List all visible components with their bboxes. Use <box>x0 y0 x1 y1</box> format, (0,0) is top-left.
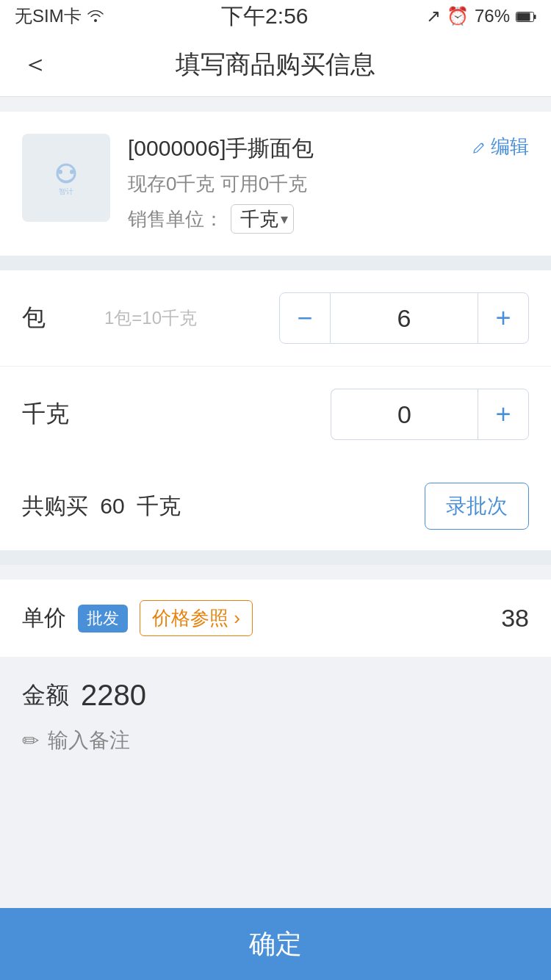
pencil-icon: ✏ <box>22 729 39 753</box>
kg-plus-button[interactable]: + <box>478 389 529 440</box>
page-title: 填写商品购买信息 <box>176 48 375 82</box>
status-right: ↗ ⏰ 76% <box>426 6 536 26</box>
pack-plus-button[interactable]: + <box>478 292 529 344</box>
carrier-text: 无SIM卡 <box>15 4 82 28</box>
svg-point-5 <box>70 170 74 174</box>
pack-quantity-input[interactable] <box>331 292 478 344</box>
qty-number: 60 <box>100 494 124 518</box>
confirm-button[interactable]: 确定 <box>0 908 551 980</box>
section-separator-2 <box>0 550 551 565</box>
pack-hint: 1包=10千克 <box>104 306 279 330</box>
battery-icon <box>516 6 536 26</box>
price-row: 单价 批发 价格参照 › 38 <box>22 600 529 636</box>
amount-value: 2280 <box>81 679 146 712</box>
pack-controls: − + <box>279 292 529 344</box>
record-batch-button[interactable]: 录批次 <box>425 483 529 530</box>
pack-input-row: 包 1包=10千克 − + <box>0 270 551 367</box>
kg-input-row: 千克 + <box>0 367 551 462</box>
price-tag: 批发 <box>78 605 128 633</box>
kg-label: 千克 <box>22 398 96 430</box>
unit-select[interactable]: 千克 <box>231 204 294 234</box>
product-info: [0000006]手撕面包 现存0千克 可用0千克 销售单位： 千克 <box>128 134 529 234</box>
nav-bar: ＜ 填写商品购买信息 <box>0 32 551 97</box>
price-label: 单价 <box>22 603 66 633</box>
kg-controls: + <box>331 389 529 440</box>
status-bar: 无SIM卡 下午2:56 ↗ ⏰ 76% <box>0 0 551 32</box>
amount-row: 金额 2280 <box>22 679 529 712</box>
back-button[interactable]: ＜ <box>22 46 48 82</box>
price-section: 单价 批发 价格参照 › 38 <box>0 580 551 657</box>
section-separator <box>0 256 551 270</box>
note-label: 输入备注 <box>48 727 130 754</box>
edit-button[interactable]: 编辑 <box>473 134 529 159</box>
product-name: [0000006]手撕面包 <box>128 134 529 164</box>
note-row[interactable]: ✏ 输入备注 <box>22 727 529 777</box>
pack-label: 包 <box>22 302 96 334</box>
product-card: 智计 [0000006]手撕面包 现存0千克 可用0千克 销售单位： 千克 编辑 <box>0 112 551 256</box>
wifi-icon <box>87 6 104 26</box>
status-left: 无SIM卡 <box>15 4 104 28</box>
price-value: 38 <box>501 604 529 633</box>
amount-label: 金额 <box>22 680 69 712</box>
status-time: 下午2:56 <box>221 1 308 32</box>
amount-section: 金额 2280 ✏ 输入备注 <box>0 657 551 777</box>
product-stock: 现存0千克 可用0千克 <box>128 171 529 197</box>
battery-text: 76% <box>475 6 510 26</box>
price-ref-button[interactable]: 价格参照 › <box>140 600 253 636</box>
svg-point-4 <box>58 170 62 174</box>
product-unit: 销售单位： 千克 <box>128 204 529 234</box>
unit-select-wrap[interactable]: 千克 <box>231 204 294 234</box>
qty-summary-text: 共购买 60 千克 <box>22 491 181 522</box>
kg-quantity-input[interactable] <box>331 389 478 440</box>
alarm-icon: ⏰ <box>447 6 469 26</box>
input-section: 包 1包=10千克 − + 千克 + <box>0 270 551 462</box>
svg-text:智计: 智计 <box>59 187 73 195</box>
location-icon: ↗ <box>426 6 441 26</box>
svg-rect-2 <box>534 15 536 19</box>
pack-minus-button[interactable]: − <box>279 292 331 344</box>
svg-rect-1 <box>516 13 530 21</box>
product-image: 智计 <box>22 134 110 222</box>
qty-summary-row: 共购买 60 千克 录批次 <box>0 462 551 550</box>
